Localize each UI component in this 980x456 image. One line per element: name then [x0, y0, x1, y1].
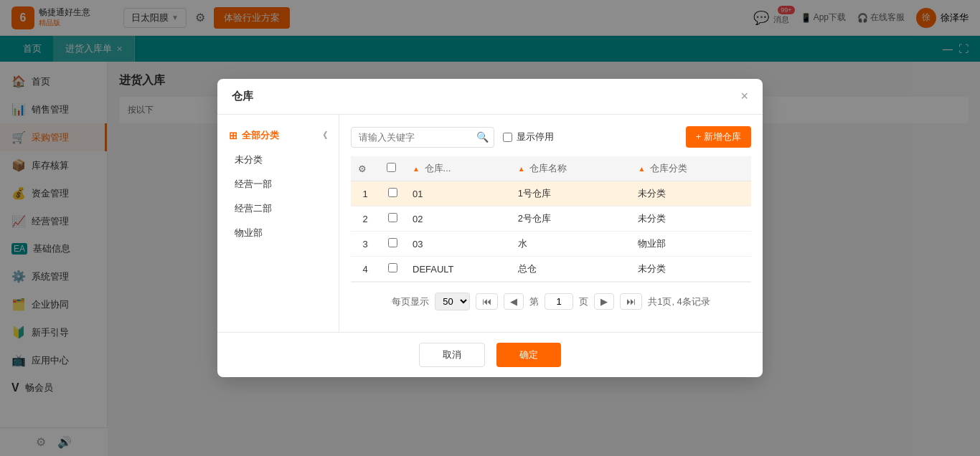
modal-close-button[interactable]: × — [740, 89, 748, 104]
th-settings: ⚙ — [351, 156, 380, 181]
row-code: DEFAULT — [405, 257, 511, 282]
row-code: 02 — [405, 206, 511, 232]
row-name: 1号仓库 — [511, 181, 631, 206]
table-row[interactable]: 3 03 水 物业部 — [351, 232, 751, 257]
row-name: 2号仓库 — [511, 206, 631, 232]
modal-sidebar-item-dept1[interactable]: 经营一部 — [217, 172, 339, 196]
row-checkbox[interactable] — [380, 257, 405, 282]
table-row[interactable]: 1 01 1号仓库 未分类 — [351, 181, 751, 206]
row-code: 03 — [405, 232, 511, 257]
modal-sidebar-all[interactable]: ⊞ 全部分类 《 — [217, 123, 339, 148]
warehouse-table: ⚙ ▲ 仓库... ▲ 仓库名称 — [351, 156, 751, 282]
modal-body: ⊞ 全部分类 《 未分类 经营一部 经营二部 物业部 🔍 — [217, 115, 763, 332]
table-row[interactable]: 4 DEFAULT 总仓 未分类 — [351, 257, 751, 282]
row-category: 未分类 — [631, 181, 751, 206]
modal-search-bar: 🔍 显示停用 + 新增仓库 — [351, 126, 751, 148]
modal-sidebar: ⊞ 全部分类 《 未分类 经营一部 经营二部 物业部 — [217, 115, 339, 332]
page-number-input[interactable] — [545, 293, 573, 310]
table-header: ⚙ ▲ 仓库... ▲ 仓库名称 — [351, 156, 751, 181]
row-checkbox[interactable] — [380, 206, 405, 232]
table-body: 1 01 1号仓库 未分类 2 — [351, 181, 751, 282]
row-name: 总仓 — [511, 257, 631, 282]
sort-icon: ▲ — [413, 165, 420, 173]
cancel-button[interactable]: 取消 — [419, 343, 485, 367]
row-category: 物业部 — [631, 232, 751, 257]
modal-sidebar-item-dept2[interactable]: 经营二部 — [217, 196, 339, 221]
grid-icon: ⊞ — [229, 130, 237, 141]
modal-sidebar-item-unclassified[interactable]: 未分类 — [217, 148, 339, 172]
search-icon[interactable]: 🔍 — [476, 131, 489, 143]
pagination: 每页显示 50 ⏮ ◀ 第 页 ▶ ⏭ 共1页, 4条记录 — [351, 282, 751, 320]
add-warehouse-button[interactable]: + 新增仓库 — [686, 126, 751, 148]
per-page-select[interactable]: 50 — [435, 293, 470, 310]
row-checkbox[interactable] — [380, 181, 405, 206]
row-category: 未分类 — [631, 206, 751, 232]
modal-sidebar-item-property[interactable]: 物业部 — [217, 221, 339, 245]
row-category: 未分类 — [631, 257, 751, 282]
row-index: 2 — [351, 206, 380, 232]
last-page-button[interactable]: ⏭ — [620, 293, 642, 310]
modal-title: 仓库 — [232, 90, 253, 103]
sort-icon-name: ▲ — [518, 165, 525, 173]
select-all-checkbox[interactable] — [387, 163, 396, 172]
prev-page-button[interactable]: ◀ — [504, 293, 524, 310]
modal-header: 仓库 × — [217, 79, 763, 115]
search-wrapper: 🔍 — [351, 127, 494, 148]
row-name: 水 — [511, 232, 631, 257]
th-category: ▲ 仓库分类 — [631, 156, 751, 181]
th-name: ▲ 仓库名称 — [511, 156, 631, 181]
first-page-button[interactable]: ⏮ — [476, 293, 498, 310]
modal-footer: 取消 确定 — [217, 332, 763, 377]
th-code: ▲ 仓库... — [405, 156, 511, 181]
show-disabled-checkbox[interactable] — [503, 133, 512, 142]
row-index: 4 — [351, 257, 380, 282]
page-label: 第 — [529, 295, 539, 308]
row-index: 3 — [351, 232, 380, 257]
row-index: 1 — [351, 181, 380, 206]
row-checkbox[interactable] — [380, 232, 405, 257]
confirm-button[interactable]: 确定 — [496, 343, 561, 367]
next-page-button[interactable]: ▶ — [594, 293, 614, 310]
table-row[interactable]: 2 02 2号仓库 未分类 — [351, 206, 751, 232]
sort-icon-cat: ▲ — [638, 165, 645, 173]
search-input[interactable] — [351, 127, 494, 148]
collapse-icon[interactable]: 《 — [319, 130, 327, 142]
modal-content-area: 🔍 显示停用 + 新增仓库 ⚙ — [339, 115, 763, 332]
table-container: ⚙ ▲ 仓库... ▲ 仓库名称 — [351, 156, 751, 282]
warehouse-modal: 仓库 × ⊞ 全部分类 《 未分类 经营一部 经营二部 物业部 — [217, 79, 763, 377]
th-checkbox — [380, 156, 405, 181]
row-code: 01 — [405, 181, 511, 206]
show-disabled-label[interactable]: 显示停用 — [503, 130, 554, 143]
